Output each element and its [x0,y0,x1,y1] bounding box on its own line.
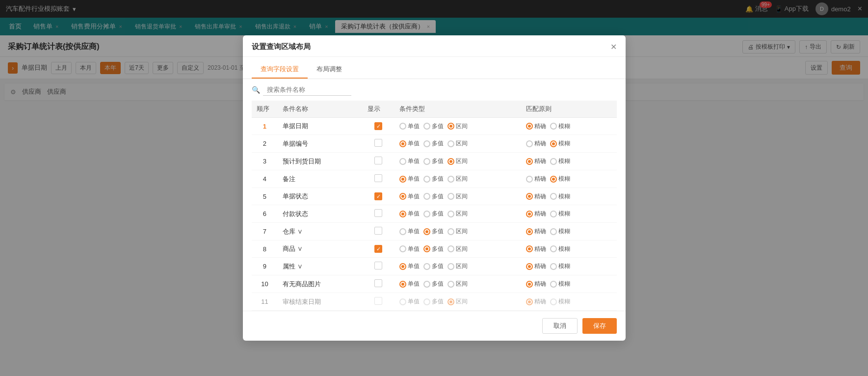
modal-search-area: 🔍 [243,79,626,101]
modal-header: 设置查询区域布局 ✕ [243,35,626,57]
col-header-match: 匹配原则 [521,101,616,105]
table-header: 顺序 条件名称 显示 条件类型 匹配原则 [252,101,617,105]
settings-modal: 设置查询区域布局 ✕ 查询字段设置 布局调整 🔍 顺序 条件名称 显示 条件类型 [243,35,626,105]
col-header-type: 条件类型 [395,101,522,105]
search-input[interactable] [263,84,351,96]
modal-tab-query-fields[interactable]: 查询字段设置 [252,62,308,79]
modal-title: 设置查询区域布局 [252,42,311,52]
col-header-seq: 顺序 [252,101,278,105]
modal-close-button[interactable]: ✕ [610,42,617,52]
search-icon: 🔍 [252,86,260,94]
col-header-display: 显示 [363,101,395,105]
modal-table-area: 顺序 条件名称 显示 条件类型 匹配原则 1单据日期单值多值区间精确模糊2单据编… [243,101,626,105]
col-header-name: 条件名称 [278,101,363,105]
modal-tab-layout[interactable]: 布局调整 [308,62,351,79]
conditions-table: 顺序 条件名称 显示 条件类型 匹配原则 1单据日期单值多值区间精确模糊2单据编… [252,101,617,105]
modal-tabs: 查询字段设置 布局调整 [243,57,626,79]
modal-overlay: 设置查询区域布局 ✕ 查询字段设置 布局调整 🔍 顺序 条件名称 显示 条件类型 [0,0,868,105]
